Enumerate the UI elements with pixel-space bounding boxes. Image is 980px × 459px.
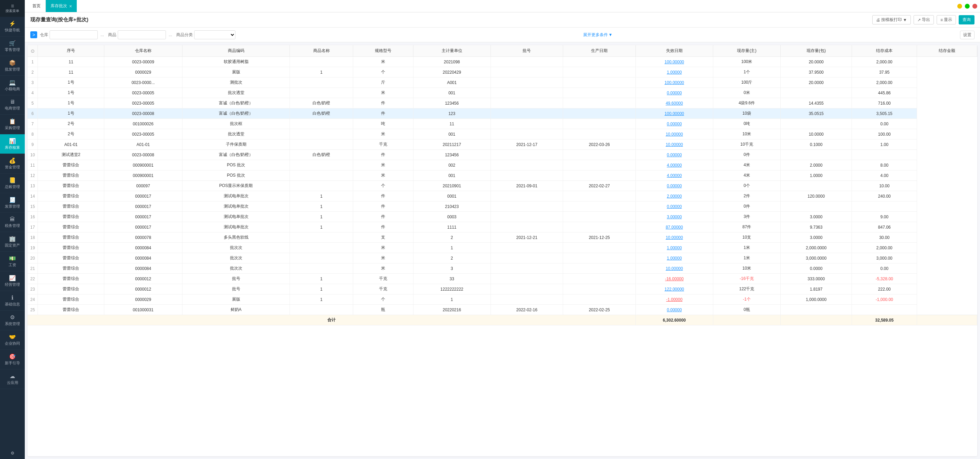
- select-all-icon[interactable]: ⊙: [31, 48, 35, 54]
- export-icon: ↗: [917, 18, 921, 22]
- qty-main-link[interactable]: 10.00000: [666, 132, 683, 137]
- qty-main-link[interactable]: 10.00000: [666, 235, 683, 240]
- sidebar-item-快捷导航[interactable]: ⚡快捷导航: [0, 17, 25, 37]
- warehouse-input[interactable]: [49, 30, 98, 39]
- sidebar-item-发票管理[interactable]: 🧾发票管理: [0, 193, 25, 213]
- qty-main-link[interactable]: 0.00000: [667, 204, 682, 209]
- sidebar-item-总账管理[interactable]: 📒总账管理: [0, 174, 25, 193]
- tab-home[interactable]: 首页: [27, 0, 46, 12]
- qty-main-link[interactable]: 1.00000: [667, 245, 682, 250]
- qty-main-link[interactable]: 4.00000: [667, 173, 682, 178]
- sidebar-label-5: 采购管理: [5, 126, 20, 130]
- cell-cost: 3.0000: [781, 233, 852, 243]
- qty-main-link[interactable]: 122.00000: [665, 287, 684, 292]
- sidebar-logo[interactable]: ☰ 搜索菜单: [0, 0, 25, 17]
- qty-main-link[interactable]: 0.00000: [667, 308, 682, 312]
- qty-main-link[interactable]: 49.60000: [666, 101, 683, 106]
- cell-expire_date: [563, 88, 636, 98]
- qty-main-link[interactable]: 1.00000: [667, 70, 682, 75]
- tab-close-btn[interactable]: ×: [69, 3, 72, 9]
- sidebar-item-零售管理[interactable]: 🛒零售管理: [0, 37, 25, 56]
- qty-main-link[interactable]: 100.00000: [665, 60, 684, 64]
- cell-spec: [290, 233, 353, 243]
- cell-spec: 1: [290, 191, 353, 201]
- cell-num: 13: [27, 181, 38, 191]
- export-button[interactable]: ↗ 导出: [913, 15, 934, 24]
- cell-code: 0023-0000...: [104, 78, 182, 88]
- query-button[interactable]: 查询: [959, 15, 975, 24]
- filter-expand-button[interactable]: >: [30, 31, 37, 38]
- tab-active[interactable]: 库存批次 ×: [46, 0, 77, 12]
- cell-amount: 847.06: [852, 222, 917, 233]
- qty-main-link[interactable]: 0.00000: [667, 183, 682, 188]
- cell-batch: 1111: [413, 222, 490, 233]
- close-button[interactable]: [972, 4, 977, 9]
- cell-spec: [290, 253, 353, 263]
- qty-main-link[interactable]: 0.00000: [667, 91, 682, 96]
- cell-spec: 1: [290, 274, 353, 284]
- settings-button[interactable]: 设置: [960, 31, 975, 39]
- product-input[interactable]: [118, 30, 166, 39]
- qty-main-link[interactable]: 87.00000: [666, 225, 683, 230]
- cell-unit: 个: [353, 295, 413, 305]
- cell-amount: 1.00: [852, 139, 917, 150]
- sidebar-item-资金管理[interactable]: 💰资金管理: [0, 154, 25, 174]
- th-batch: 批号: [490, 45, 563, 57]
- minimize-button[interactable]: [957, 4, 962, 9]
- table-row: 18蕾蕾综合0000078多头黑色软线支22021-12-212021-12-2…: [27, 233, 977, 243]
- qty-main-link[interactable]: 100.00000: [665, 80, 684, 85]
- qty-main-link[interactable]: 100.00000: [665, 111, 684, 116]
- cell-amount: 2,000.00: [852, 57, 917, 67]
- sidebar-label-14: 基础信息: [5, 302, 20, 306]
- maximize-button[interactable]: [965, 4, 970, 9]
- cell-name: 批号: [182, 284, 290, 295]
- sidebar-item-经营管理[interactable]: 📈经营管理: [0, 271, 25, 291]
- qty-main-link[interactable]: 2.00000: [667, 194, 682, 199]
- qty-main-link[interactable]: 0.00000: [667, 153, 682, 157]
- cell-qty_store: 10袋: [713, 108, 780, 119]
- expand-more-btn[interactable]: 展开更多条件 ▼: [583, 32, 613, 38]
- cell-num: 1: [27, 57, 38, 67]
- sidebar-item-电商管理[interactable]: 🖥电商管理: [0, 96, 25, 115]
- sidebar-item-税务管理[interactable]: 🏛税务管理: [0, 213, 25, 232]
- category-label: 商品分类: [176, 32, 193, 38]
- sidebar-item-工资[interactable]: 💵工资: [0, 252, 25, 271]
- sidebar-item-企业协同[interactable]: 🤝企业协同: [0, 330, 25, 350]
- cell-code: 0000084: [104, 253, 182, 263]
- cell-name: 软胶通用树脂: [182, 57, 290, 67]
- cell-expire_date: [563, 160, 636, 171]
- qty-main-link[interactable]: 10.00000: [666, 266, 683, 271]
- sidebar-item-固定资产[interactable]: 🏢固定资产: [0, 232, 25, 252]
- qty-main-link[interactable]: 4.00000: [667, 163, 682, 168]
- sidebar-item-采购管理[interactable]: 📋采购管理: [0, 115, 25, 134]
- print-button[interactable]: 🖨 按模板打印 ▼: [872, 15, 911, 24]
- cell-warehouse: 蕾蕾综合: [38, 191, 104, 201]
- cell-cost: 0.1000: [781, 139, 852, 150]
- qty-main-link[interactable]: 0.00000: [667, 121, 682, 126]
- cell-qty_store: 2件: [713, 191, 780, 201]
- cell-code: 000900001: [104, 171, 182, 181]
- sidebar-item-系统管理[interactable]: ⚙系统管理: [0, 311, 25, 330]
- cell-spec: 1: [290, 212, 353, 222]
- sidebar-item-云应用[interactable]: ☁云应用: [0, 370, 25, 389]
- qty-main-link[interactable]: -1.00000: [666, 297, 682, 302]
- cell-code: 000097: [104, 181, 182, 191]
- sidebar-item-小额电商[interactable]: 💻小额电商: [0, 76, 25, 96]
- qty-main-link[interactable]: 1.00000: [667, 256, 682, 261]
- cell-unit: 米: [353, 253, 413, 263]
- sidebar-settings[interactable]: ⚙: [0, 447, 25, 459]
- sidebar-item-批发管理[interactable]: 📦批发管理: [0, 56, 25, 76]
- cell-qty_main: 1.00000: [635, 253, 713, 263]
- sidebar-item-基础信息[interactable]: ℹ基础信息: [0, 291, 25, 311]
- sidebar-item-库存核算[interactable]: 📊库存核算: [0, 134, 25, 154]
- cell-qty_main: 10.00000: [635, 129, 713, 139]
- cell-warehouse: 蕾蕾综合: [38, 201, 104, 212]
- qty-main-link[interactable]: -16.00000: [665, 276, 684, 281]
- category-select[interactable]: [194, 30, 235, 39]
- display-button[interactable]: ≡ 显示: [937, 15, 956, 24]
- qty-main-link[interactable]: 3.00000: [667, 215, 682, 219]
- cell-qty_main: 49.60000: [635, 98, 713, 108]
- sidebar-item-新手引导[interactable]: 🎯新手引导: [0, 350, 25, 370]
- cell-name: 多头黑色软线: [182, 233, 290, 243]
- qty-main-link[interactable]: 10.00000: [666, 142, 683, 147]
